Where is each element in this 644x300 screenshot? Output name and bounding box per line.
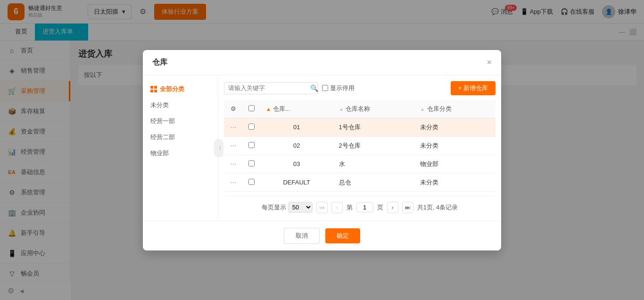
- search-input[interactable]: [228, 84, 307, 92]
- row-name-4: 总仓: [333, 173, 414, 192]
- category-item-0[interactable]: 未分类: [143, 97, 218, 113]
- col-category: ▲仓库分类: [414, 100, 495, 118]
- modal-close-button[interactable]: ×: [487, 58, 492, 67]
- prev-page-button[interactable]: ‹: [331, 202, 343, 213]
- cancel-button[interactable]: 取消: [284, 228, 320, 244]
- row-check-1: [243, 118, 260, 136]
- row-settings-1: ···: [224, 118, 243, 136]
- table-row[interactable]: ··· 01 1号仓库 未分类: [224, 118, 495, 136]
- warehouse-modal: 仓库 × 全部分类 未分类 经营一部 经营二部 物业部: [143, 50, 501, 250]
- modal-body: 全部分类 未分类 经营一部 经营二部 物业部 《 🔍 显示停用: [143, 75, 501, 221]
- page-label: 页: [377, 203, 383, 212]
- col-checkbox: [243, 100, 260, 118]
- show-disabled-checkbox[interactable]: [322, 85, 328, 91]
- dots-icon-2[interactable]: ···: [230, 142, 236, 150]
- category-sidebar: 全部分类 未分类 经营一部 经营二部 物业部 《: [143, 75, 218, 221]
- row-cat-3: 物业部: [414, 155, 495, 173]
- last-page-button[interactable]: ⏭: [402, 202, 413, 213]
- row-settings-3: ···: [224, 155, 243, 173]
- category-item-2[interactable]: 经营二部: [143, 129, 218, 145]
- add-warehouse-button[interactable]: + 新增仓库: [451, 81, 495, 95]
- page-size-dropdown[interactable]: 50 100 200: [288, 202, 313, 213]
- row-num-1: 01: [260, 118, 333, 136]
- page-size-label: 每页显示: [262, 203, 286, 212]
- table-row[interactable]: ··· 03 水 物业部: [224, 155, 495, 173]
- table-area: 🔍 显示停用 + 新增仓库 ⚙ ▲仓库... ▲仓库名称: [218, 75, 501, 221]
- table-toolbar: 🔍 显示停用 + 新增仓库: [224, 81, 495, 95]
- col-name: ▲仓库名称: [333, 100, 414, 118]
- row-checkbox-4[interactable]: [248, 179, 255, 185]
- category-collapse-button[interactable]: 《: [214, 139, 223, 158]
- col-settings: ⚙: [224, 100, 243, 118]
- dots-icon-4[interactable]: ···: [230, 178, 236, 186]
- col-code: ▲仓库...: [260, 100, 333, 118]
- total-info: 共1页, 4条记录: [417, 203, 458, 212]
- page-num-prefix: 第: [347, 203, 353, 212]
- confirm-button[interactable]: 确定: [325, 228, 360, 243]
- table-row[interactable]: ··· 02 2号仓库 未分类: [224, 136, 495, 155]
- row-check-2: [243, 136, 260, 155]
- modal-footer: 取消 确定: [143, 221, 501, 250]
- modal-header: 仓库 ×: [143, 50, 501, 75]
- table-row[interactable]: ··· DEFAULT 总仓 未分类: [224, 173, 495, 192]
- row-check-3: [243, 155, 260, 173]
- modal-title: 仓库: [152, 58, 167, 67]
- row-checkbox-3[interactable]: [248, 160, 255, 167]
- row-name-3: 水: [333, 155, 414, 173]
- first-page-button[interactable]: ⏮: [316, 202, 328, 213]
- row-num-3: 03: [260, 155, 333, 173]
- category-item-1[interactable]: 经营一部: [143, 113, 218, 129]
- row-checkbox-1[interactable]: [248, 124, 255, 130]
- row-num-4: DEFAULT: [260, 173, 333, 192]
- all-categories-label: 全部分类: [160, 85, 184, 93]
- warehouse-table: ⚙ ▲仓库... ▲仓库名称 ▲仓库分类 ··· 01 1号仓库: [224, 100, 495, 192]
- page-size-select: 每页显示 50 100 200: [262, 202, 313, 213]
- dots-icon-1[interactable]: ···: [230, 123, 236, 131]
- category-item-3[interactable]: 物业部: [143, 145, 218, 161]
- row-check-4: [243, 173, 260, 192]
- row-cat-2: 未分类: [414, 136, 495, 155]
- row-settings-2: ···: [224, 136, 243, 155]
- modal-overlay: 仓库 × 全部分类 未分类 经营一部 经营二部 物业部: [0, 0, 644, 300]
- show-disabled-text: 显示停用: [330, 84, 355, 92]
- grid-icon: [150, 86, 157, 92]
- row-checkbox-2[interactable]: [248, 142, 255, 148]
- row-name-2: 2号仓库: [333, 136, 414, 155]
- row-cat-1: 未分类: [414, 118, 495, 136]
- pagination: 每页显示 50 100 200 ⏮ ‹ 第 页 › ⏭ 共1页, 4条记录: [224, 196, 495, 215]
- search-wrap: 🔍: [224, 82, 318, 94]
- show-disabled-label[interactable]: 显示停用: [322, 84, 355, 92]
- table-header-row: ⚙ ▲仓库... ▲仓库名称 ▲仓库分类: [224, 100, 495, 118]
- row-cat-4: 未分类: [414, 173, 495, 192]
- row-name-1: 1号仓库: [333, 118, 414, 136]
- page-number-input[interactable]: [356, 202, 373, 212]
- dots-icon-3[interactable]: ···: [230, 160, 236, 168]
- row-settings-4: ···: [224, 173, 243, 192]
- select-all-checkbox[interactable]: [248, 105, 255, 111]
- search-icon: 🔍: [310, 84, 318, 92]
- all-categories-header[interactable]: 全部分类: [143, 81, 218, 97]
- next-page-button[interactable]: ›: [387, 202, 398, 213]
- row-num-2: 02: [260, 136, 333, 155]
